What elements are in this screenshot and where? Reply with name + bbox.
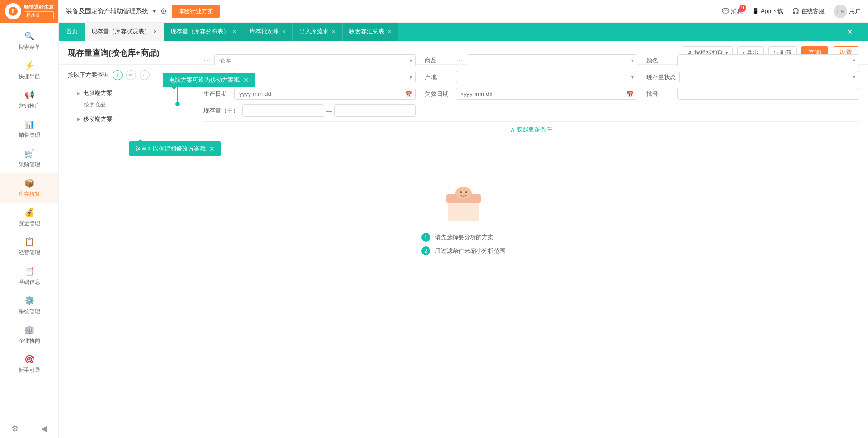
logo-area: 6 畅捷通好生意 标准版 [0,0,58,23]
stock-qty-from[interactable] [242,104,324,117]
nav-label-quick: 快捷导航 [19,73,40,80]
batch-label: 批号 [646,90,674,98]
sidebar-item-inventory[interactable]: 📦 库存核算 [0,173,58,203]
online-support-action[interactable]: 🎧 在线客服 [792,7,825,15]
tab-home[interactable]: 首页 [59,23,85,41]
color-label: 颜色 [646,57,674,65]
sidebar-item-operation[interactable]: 📋 经营管理 [0,232,58,261]
stock-qty-to[interactable] [334,104,416,117]
sidebar-item-marketing[interactable]: 📢 营销推广 [0,85,58,114]
app-download-action[interactable]: 📱 App下载 [752,7,783,15]
chevron-up-icon: ∧ [510,126,515,133]
tab-inventory-dist[interactable]: 现存量（库存分布表） ✕ [164,23,243,41]
warehouse-select[interactable]: 仓库 [214,54,416,66]
color-select[interactable] [677,54,859,66]
tab-batch-ledger-label: 库存批次账 [250,28,279,36]
user-action[interactable]: Ea 用户 [834,5,861,18]
empty-illustration [436,179,491,224]
avatar-text: Ea [837,8,844,14]
header-left: 装备及固定资产辅助管理系统 ▾ ⚙ 体验行业方案 [66,5,220,18]
tab-collect-summary[interactable]: 收发存汇总表 ✕ [343,23,398,41]
status-label: 现存量状态 [646,73,676,81]
marketing-icon: 📢 [24,89,35,100]
goods-select-wrap [467,54,637,66]
tab-batch-ledger[interactable]: 库存批次账 ✕ [243,23,293,41]
phone-icon: 📱 [752,8,759,14]
nav-label-guide: 新手引导 [19,367,40,374]
size-select[interactable] [234,71,416,83]
system-icon: ⚙️ [24,295,35,306]
app-download-label: App下载 [761,7,783,15]
step2-label: 用过滤条件来缩小分析范围 [435,247,505,255]
edit-scheme-btn[interactable]: ✏ [126,70,136,80]
header-settings-icon[interactable]: ⚙ [160,6,167,16]
settings-gear-icon[interactable]: ⚙ [11,424,19,433]
sidebar-item-guide[interactable]: 🎯 新手引导 [0,349,58,379]
prod-date-input[interactable] [234,88,416,100]
collapse-bar[interactable]: ∧ 收起更多条件 [203,121,859,137]
trial-button[interactable]: 体验行业方案 [172,5,220,18]
origin-select[interactable] [456,71,637,83]
guide-icon: 🎯 [24,354,35,365]
nav-label-operation: 经营管理 [19,249,40,257]
tab-close-inout-flow[interactable]: ✕ [331,28,336,35]
expire-date-wrap [456,88,637,100]
tab-home-label: 首页 [66,28,78,36]
finance-icon: 💰 [24,207,35,218]
tab-inventory-status[interactable]: 现存量（库存状况表） ✕ [85,23,164,41]
search-icon: 🔍 [24,31,35,42]
expire-date-input[interactable] [456,88,637,100]
empty-svg [436,179,491,224]
system-name: 装备及固定资产辅助管理系统 [66,7,148,15]
tab-close-batch-ledger[interactable]: ✕ [282,28,286,35]
basic-icon: 📑 [24,266,35,277]
batch-input[interactable] [677,88,859,100]
tab-close-collect-summary[interactable]: ✕ [387,28,392,35]
tooltip2-close[interactable]: ✕ [209,145,215,152]
logo-icon: 6 [5,3,21,19]
sidebar-item-quick[interactable]: ⚡ 快捷导航 [0,56,58,85]
notification-action[interactable]: 💬 9 消息 [722,7,743,15]
goods-label: 商品 [425,57,452,65]
sidebar-item-sales[interactable]: 📊 销售管理 [0,114,58,144]
purchase-icon: 🛒 [24,148,35,159]
sidebar-item-basic[interactable]: 📑 基础信息 [0,261,58,291]
tab-close-all-icon[interactable]: ✕ [847,28,853,36]
sidebar-item-finance[interactable]: 💰 资金管理 [0,203,58,232]
tab-inout-flow[interactable]: 出入库流水 ✕ [293,23,343,41]
system-dropdown-icon[interactable]: ▾ [153,8,156,14]
sidebar-item-purchase[interactable]: 🛒 采购管理 [0,144,58,173]
sidebar: 6 畅捷通好生意 标准版 🔍 搜索菜单 ⚡ 快捷导航 📢 营销推广 📊 销售管理… [0,0,59,438]
tab-inout-flow-label: 出入库流水 [299,28,329,36]
status-select[interactable] [679,71,859,83]
goods-select[interactable] [467,54,637,66]
tab-expand-icon[interactable]: ⛶ [856,28,863,36]
sales-icon: 📊 [24,119,35,130]
collapse-sidebar-icon[interactable]: ◀ [41,424,47,433]
add-scheme-btn[interactable]: + [113,70,123,80]
tooltip1-close[interactable]: ✕ [243,76,249,84]
sidebar-item-enterprise[interactable]: 🏢 企业协同 [0,320,58,349]
back-arrow-btn[interactable]: ← [140,70,150,80]
tab-close-inventory-status[interactable]: ✕ [153,28,157,35]
tab-close-inventory-dist[interactable]: ✕ [232,28,236,35]
empty-step-2: 2 用过滤条件来缩小分析范围 [421,246,505,255]
prod-date-wrap [234,88,416,100]
warehouse-select-wrap: 仓库 [214,54,416,66]
color-select-wrap [677,54,859,66]
user-label: 用户 [849,7,861,15]
quick-icon: ⚡ [24,60,35,71]
tooltip-create-scheme: 这里可以创建和修改方案哦 ✕ [129,141,221,156]
range-separator: — [326,107,332,114]
filter-row-goods: 商品 ⋯ [425,54,637,66]
warehouse-dots[interactable]: ⋯ [203,56,211,65]
inventory-icon: 📦 [24,178,35,188]
sidebar-item-system[interactable]: ⚙️ 系统管理 [0,291,58,320]
goods-dots[interactable]: ⋯ [456,56,463,65]
origin-label: 产地 [425,73,452,81]
prod-date-label: 生产日期 [203,90,231,98]
nav-label-search: 搜索菜单 [19,43,40,51]
filter-row-origin: 产地 [425,71,637,83]
sidebar-item-search[interactable]: 🔍 搜索菜单 [0,26,58,56]
tree-arrow-desktop: ▶ [77,91,80,96]
